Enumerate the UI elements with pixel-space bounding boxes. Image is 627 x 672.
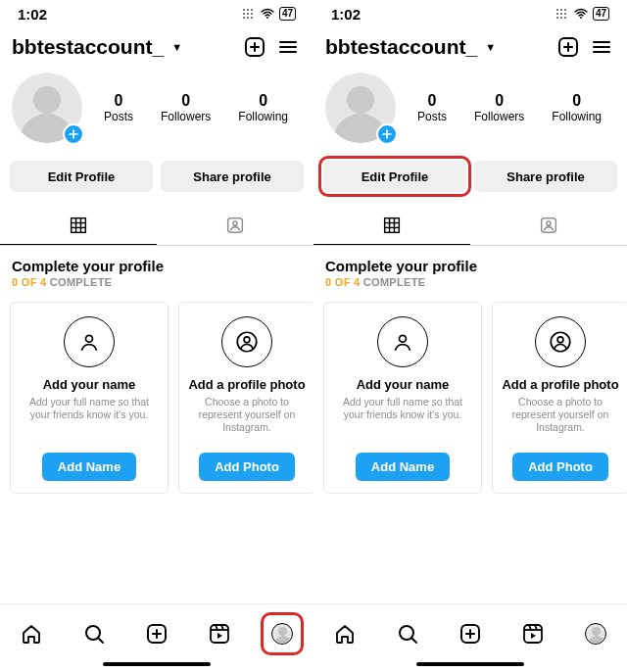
card-add-photo: Add a profile photo Choose a photo to re…: [492, 302, 627, 494]
add-story-icon[interactable]: [376, 123, 398, 145]
wifi-icon: [260, 6, 275, 22]
battery-indicator: 47: [279, 7, 296, 21]
complete-profile-section: Complete your profile 0 OF 4 COMPLETE: [314, 246, 627, 292]
nav-reels[interactable]: [200, 614, 239, 653]
share-profile-button[interactable]: Share profile: [161, 161, 304, 192]
card-desc: Choose a photo to represent yourself on …: [187, 396, 307, 447]
status-time: 1:02: [18, 6, 47, 23]
person-icon: [64, 316, 115, 367]
status-bar: 1:02 47: [314, 0, 627, 27]
menu-button[interactable]: [588, 33, 615, 61]
complete-profile-cards[interactable]: Add your name Add your full name so that…: [314, 292, 627, 504]
nav-create[interactable]: [137, 614, 176, 653]
username-dropdown[interactable]: bbtestaccount_: [12, 35, 164, 59]
nav-search[interactable]: [74, 614, 114, 653]
nav-home[interactable]: [325, 614, 364, 653]
nav-profile-avatar-icon: [585, 623, 606, 645]
person-circle-icon: [535, 316, 586, 367]
card-title: Add your name: [43, 377, 136, 392]
menu-button[interactable]: [274, 33, 302, 61]
wifi-icon: [573, 6, 589, 22]
signal-icon: [240, 6, 256, 22]
nav-profile[interactable]: [576, 614, 615, 653]
add-photo-button[interactable]: Add Photo: [512, 453, 608, 481]
status-bar: 1:02 47: [0, 0, 314, 27]
card-add-name: Add your name Add your full name so that…: [323, 302, 482, 494]
complete-profile-section: Complete your profile 0 OF 4 COMPLETE: [0, 246, 314, 292]
username-dropdown[interactable]: bbtestaccount_: [325, 35, 477, 59]
share-profile-button[interactable]: Share profile: [474, 161, 617, 192]
profile-avatar[interactable]: [325, 72, 396, 143]
chevron-down-icon[interactable]: ▼: [171, 41, 182, 53]
bottom-nav: [314, 603, 627, 672]
profile-header: bbtestaccount_ ▼: [314, 27, 627, 67]
tab-grid[interactable]: [314, 206, 470, 245]
create-button[interactable]: [241, 33, 268, 61]
signal-icon: [554, 6, 569, 22]
nav-profile[interactable]: [263, 614, 302, 653]
tab-tagged[interactable]: [157, 206, 314, 245]
edit-profile-button[interactable]: Edit Profile: [323, 161, 466, 192]
add-photo-button[interactable]: Add Photo: [199, 453, 295, 481]
card-add-name: Add your name Add your full name so that…: [10, 302, 169, 494]
card-title: Add a profile photo: [502, 377, 618, 392]
home-indicator: [103, 662, 211, 666]
complete-profile-progress: 0 OF 4 COMPLETE: [12, 276, 302, 288]
card-desc: Choose a photo to represent yourself on …: [501, 396, 620, 447]
stat-followers[interactable]: 0Followers: [161, 92, 211, 123]
bottom-nav: [0, 603, 314, 672]
add-story-icon[interactable]: [63, 123, 84, 145]
edit-profile-button[interactable]: Edit Profile: [10, 161, 153, 192]
stat-followers[interactable]: 0Followers: [474, 92, 524, 123]
battery-indicator: 47: [593, 7, 609, 21]
stat-posts[interactable]: 0Posts: [104, 92, 133, 123]
complete-profile-cards[interactable]: Add your name Add your full name so that…: [0, 292, 314, 504]
profile-avatar[interactable]: [12, 72, 82, 143]
nav-profile-avatar-icon: [271, 623, 293, 645]
tab-grid[interactable]: [0, 206, 157, 245]
profile-header: bbtestaccount_ ▼: [0, 27, 314, 67]
status-time: 1:02: [331, 6, 361, 23]
nav-create[interactable]: [451, 614, 490, 653]
complete-profile-progress: 0 OF 4 COMPLETE: [325, 276, 615, 288]
profile-summary: 0Posts 0Followers 0Following: [314, 67, 627, 149]
stat-following[interactable]: 0Following: [238, 92, 288, 123]
card-desc: Add your full name so that your friends …: [19, 396, 160, 447]
phone-left: 1:02 47 bbtestaccount_ ▼ 0Posts 0Followe…: [0, 0, 314, 672]
complete-profile-title: Complete your profile: [325, 258, 615, 274]
card-title: Add your name: [357, 377, 450, 392]
profile-summary: 0Posts 0Followers 0Following: [0, 67, 314, 149]
home-indicator: [416, 662, 524, 666]
person-circle-icon: [221, 316, 272, 367]
profile-tabs: [0, 206, 314, 246]
complete-profile-title: Complete your profile: [12, 258, 302, 274]
create-button[interactable]: [555, 33, 582, 61]
add-name-button[interactable]: Add Name: [356, 453, 450, 481]
card-title: Add a profile photo: [188, 377, 305, 392]
stat-following[interactable]: 0Following: [552, 92, 602, 123]
card-add-photo: Add a profile photo Choose a photo to re…: [178, 302, 314, 494]
nav-reels[interactable]: [513, 614, 553, 653]
add-name-button[interactable]: Add Name: [42, 453, 136, 481]
person-icon: [377, 316, 428, 367]
profile-tabs: [314, 206, 627, 246]
stat-posts[interactable]: 0Posts: [417, 92, 447, 123]
nav-home[interactable]: [12, 614, 51, 653]
card-desc: Add your full name so that your friends …: [332, 396, 473, 447]
chevron-down-icon[interactable]: ▼: [485, 41, 496, 53]
tab-tagged[interactable]: [470, 206, 627, 245]
nav-search[interactable]: [388, 614, 427, 653]
phone-right: 1:02 47 bbtestaccount_ ▼ 0Posts 0Followe…: [314, 0, 627, 672]
